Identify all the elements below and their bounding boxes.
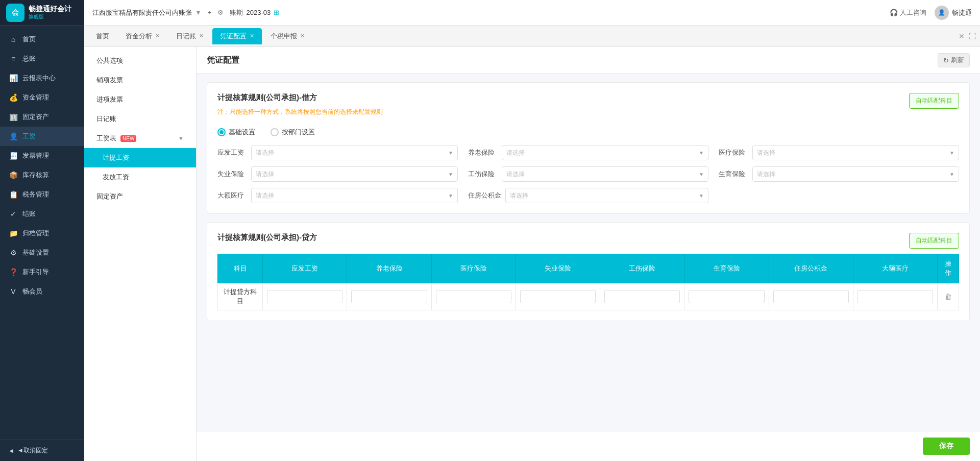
input-yanglao[interactable] (351, 290, 427, 303)
page-title: 凭证配置 (207, 55, 239, 66)
calendar-icon[interactable]: ⊞ (274, 9, 279, 16)
avatar: 👤 (935, 6, 949, 20)
field-yingfa: 应发工资 请选择 ▼ (217, 145, 458, 160)
credit-auto-match-button[interactable]: 自动匹配科目 (909, 233, 959, 249)
td-yiliao-input[interactable] (431, 283, 516, 310)
refresh-button[interactable]: ↻ 刷新 (938, 53, 970, 67)
table-header-row: 科目 应发工资 养老保险 医疗保险 失业保险 工伤保险 生育保险 住房公积金 大… (218, 254, 959, 283)
select-gongshang[interactable]: 请选择 ▼ (502, 166, 708, 182)
sidebar-item-checkout[interactable]: ✓ 结账 (0, 204, 84, 224)
td-action: 🗑 (938, 283, 959, 310)
left-panel: 公共选项 销项发票 进项发票 日记账 工资表 NEW ▼ 计提工资 (84, 47, 197, 461)
logo-icon: 会 (6, 4, 24, 22)
td-shengyu-input[interactable] (684, 283, 769, 310)
delete-row-button[interactable]: 🗑 (945, 293, 952, 301)
radio-basic[interactable]: 基础设置 (217, 128, 255, 137)
left-menu-purchase[interactable]: 进项发票 (84, 90, 196, 109)
th-action: 操作 (938, 254, 959, 283)
select-gongjijin[interactable]: 请选择 ▼ (505, 188, 708, 203)
refresh-icon: ↻ (943, 57, 949, 64)
select-yingfa[interactable]: 请选择 ▼ (251, 145, 458, 160)
sidebar-item-finance[interactable]: 💰 资金管理 (0, 88, 84, 107)
radio-dept[interactable]: 按部门设置 (271, 128, 315, 137)
sidebar-label-inventory: 库存核算 (22, 171, 49, 180)
th-gongshang: 工伤保险 (600, 254, 684, 283)
tab-finance-close[interactable]: ✕ (155, 33, 160, 39)
sidebar-item-assets[interactable]: 🏢 固定资产 (0, 107, 84, 127)
input-gongshang[interactable] (604, 290, 680, 303)
debit-auto-match-button[interactable]: 自动匹配科目 (909, 93, 959, 109)
input-gongjijin[interactable] (773, 290, 849, 303)
select-daeyiliao-chevron: ▼ (448, 193, 453, 199)
radio-basic-dot (217, 128, 226, 136)
sidebar-item-ledger[interactable]: ≡ 总账 (0, 49, 84, 68)
select-yanglao[interactable]: 请选择 ▼ (502, 145, 708, 160)
select-shiye-chevron: ▼ (448, 172, 453, 177)
company-selector[interactable]: 江西服宝精品有限责任公司内账张 ▼ (92, 8, 202, 17)
tab-journal[interactable]: 日记账 ✕ (168, 28, 211, 44)
left-menu-provision[interactable]: 计提工资 (84, 148, 196, 167)
debit-section-header: 计提核算规则(公司承担)-借方 注：只能选择一种方式，系统将按照您当前的选择来配… (217, 93, 959, 123)
left-menu-fixed-assets[interactable]: 固定资产 (84, 187, 196, 206)
left-menu-sales[interactable]: 销项发票 (84, 70, 196, 90)
tab-home[interactable]: 首页 (88, 28, 117, 44)
left-menu-common[interactable]: 公共选项 (84, 51, 196, 70)
main-container: 江西服宝精品有限责任公司内账张 ▼ + ⚙ 账期 2023-03 ⊞ 🎧 人工咨… (84, 0, 980, 461)
settings-button[interactable]: ⚙ (217, 9, 224, 16)
input-shiye[interactable] (520, 290, 596, 303)
credit-section-header: 计提核算规则(公司承担)-贷方 自动匹配科目 (217, 233, 959, 249)
user-info[interactable]: 👤 畅捷通 (935, 6, 972, 20)
select-yiliao[interactable]: 请选择 ▼ (752, 145, 959, 160)
field-shiye: 失业保险 请选择 ▼ (217, 166, 458, 182)
td-gongshang-input[interactable] (600, 283, 684, 310)
gear-icon: ⚙ (217, 9, 224, 16)
th-gongjijin: 住房公积金 (769, 254, 853, 283)
left-menu-journal[interactable]: 日记账 (84, 109, 196, 129)
left-menu-payment-label: 发放工资 (103, 173, 129, 182)
td-shiye-input[interactable] (516, 283, 600, 310)
sidebar-item-reports[interactable]: 📊 云报表中心 (0, 68, 84, 88)
select-shiye[interactable]: 请选择 ▼ (251, 166, 458, 182)
tax-icon: 📋 (8, 190, 18, 199)
td-yanglao-input[interactable] (347, 283, 431, 310)
sidebar-item-home[interactable]: ⌂ 首页 (0, 30, 84, 49)
th-subject: 科目 (218, 254, 263, 283)
sidebar-item-invoice[interactable]: 🧾 发票管理 (0, 146, 84, 165)
td-gongjijin-input[interactable] (769, 283, 853, 310)
debit-section: 计提核算规则(公司承担)-借方 注：只能选择一种方式，系统将按照您当前的选择来配… (207, 82, 970, 214)
sidebar-item-guide[interactable]: ❓ 新手引导 (0, 262, 84, 282)
tab-tax-close[interactable]: ✕ (300, 33, 305, 39)
select-shengyu[interactable]: 请选择 ▼ (752, 166, 959, 182)
sidebar-item-archive[interactable]: 📁 归档管理 (0, 224, 84, 243)
period-label: 账期 (230, 8, 243, 17)
sidebar-item-settings[interactable]: ⚙ 基础设置 (0, 243, 84, 262)
tab-journal-close[interactable]: ✕ (199, 33, 204, 39)
tab-tax-label: 个税申报 (271, 32, 297, 41)
table-row: 计提贷方科目 🗑 (218, 283, 959, 310)
input-shengyu[interactable] (689, 290, 764, 303)
input-yingfa[interactable] (267, 290, 342, 303)
sidebar-item-tax[interactable]: 📋 税务管理 (0, 185, 84, 204)
tab-tax[interactable]: 个税申报 ✕ (263, 28, 312, 44)
input-yiliao[interactable] (436, 290, 511, 303)
select-daeyiliao[interactable]: 请选择 ▼ (251, 188, 458, 203)
sidebar-item-vip[interactable]: V 畅会员 (0, 282, 84, 301)
close-all-icon[interactable]: ✕ (959, 32, 965, 40)
td-yingfa-input[interactable] (263, 283, 347, 310)
tab-finance[interactable]: 资金分析 ✕ (118, 28, 167, 44)
sidebar-item-salary[interactable]: 👤 工资 (0, 127, 84, 146)
left-menu-payroll-group[interactable]: 工资表 NEW ▼ (84, 129, 196, 148)
save-button[interactable]: 保存 (923, 438, 970, 455)
sidebar-label-salary: 工资 (22, 132, 36, 141)
sidebar-item-inventory[interactable]: 📦 库存核算 (0, 165, 84, 185)
left-menu-payment[interactable]: 发放工资 (84, 167, 196, 187)
td-daeyiliao-input[interactable] (853, 283, 937, 310)
add-button[interactable]: + (208, 9, 212, 16)
unpin-sidebar-button[interactable]: ◄ ◄取消固定 (0, 440, 84, 461)
sidebar-label-tax: 税务管理 (22, 190, 49, 199)
service-button[interactable]: 🎧 人工咨询 (890, 8, 926, 17)
expand-icon[interactable]: ⛶ (969, 32, 976, 40)
tab-voucher[interactable]: 凭证配置 ✕ (212, 28, 262, 44)
input-daeyiliao[interactable] (857, 290, 933, 303)
tab-voucher-close[interactable]: ✕ (250, 33, 254, 39)
